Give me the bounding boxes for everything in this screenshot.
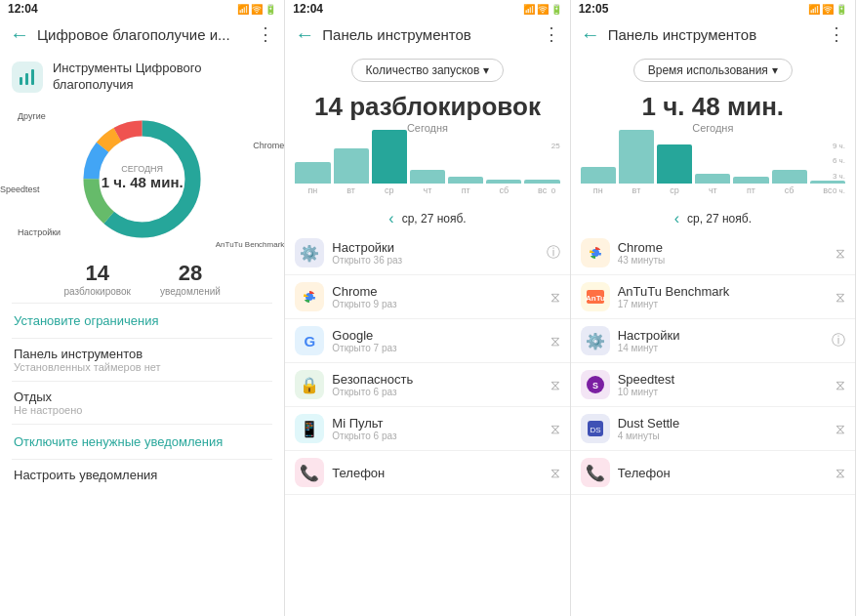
bars-p3: пн вт ср чт пт xyxy=(581,142,845,195)
app-speedtest-p3: S Speedtest 10 минут ⧖ xyxy=(571,363,855,407)
app-name-speedtest-p3: Speedtest xyxy=(618,372,828,387)
app-name-settings-p3: Настройки xyxy=(618,328,824,343)
nav-row-p3: ‹ ср, 27 нояб. xyxy=(571,206,855,231)
chevron-down-icon-p3: ▾ xyxy=(772,63,778,77)
nav-date-p2: ср, 27 нояб. xyxy=(402,212,467,226)
bar-sr-p2: ср xyxy=(372,130,407,195)
app-settings-p2: ⚙️ Настройки Открыто 36 раз ⓘ xyxy=(285,231,569,275)
app-list-p2: ⚙️ Настройки Открыто 36 раз ⓘ Chrome Отк… xyxy=(285,231,569,616)
dropdown-row-p2: Количество запусков ▾ xyxy=(285,53,569,88)
bar-sb-p2: сб xyxy=(486,180,521,195)
app-google-p2: G Google Открыто 7 раз ⧖ xyxy=(285,319,569,363)
label-drugie: Другие xyxy=(18,111,46,121)
app-info-settings-p3: Настройки 14 минут xyxy=(618,328,824,353)
bar-sb-p3: сб xyxy=(772,170,807,195)
app-security-p2: 🔒 Безопасность Открыто 6 раз ⧖ xyxy=(285,363,569,407)
bar-chart-p3: пн вт ср чт пт xyxy=(571,138,855,206)
back-button-p3[interactable]: ← xyxy=(581,23,600,46)
label-chrome: Chrome xyxy=(253,141,284,150)
app-name-mipulse-p2: Mi Пульт xyxy=(332,416,542,431)
status-bar-p3: 12:05 📶 🛜 🔋 xyxy=(571,0,855,16)
app-icon-mipulse-p2: 📱 xyxy=(295,414,324,443)
svg-rect-1 xyxy=(25,73,28,85)
timer-icon-chrome-p2[interactable]: ⧖ xyxy=(550,289,560,306)
app-sub-chrome-p3: 43 минуты xyxy=(618,255,828,266)
dashboard-title: Панель инструментов xyxy=(14,347,270,361)
app-icon-chrome-p2 xyxy=(295,282,324,311)
app-sub-chrome-p2: Открыто 9 раз xyxy=(332,299,542,309)
app-info-antennae-p3: AnTuTu Benchmark 17 минут xyxy=(618,284,828,309)
stat-notifications: 28 уведомлений xyxy=(160,261,221,297)
app-icon-security-p2: 🔒 xyxy=(295,370,324,399)
more-options-p2[interactable]: ⋮ xyxy=(543,23,560,45)
app-info-phone-p3: Телефон xyxy=(618,466,828,480)
link-set-limits[interactable]: Установите ограничения xyxy=(0,304,284,338)
nav-row-p2: ‹ ср, 27 нояб. xyxy=(285,206,569,231)
timer-icon-speedtest-p3[interactable]: ⧖ xyxy=(836,377,845,393)
info-icon-settings-p3[interactable]: ⓘ xyxy=(832,332,845,349)
back-button-p1[interactable]: ← xyxy=(10,23,29,46)
time-p1: 12:04 xyxy=(8,2,38,16)
timer-icon-google-p2[interactable]: ⧖ xyxy=(550,333,560,349)
timer-icon-chrome-p3[interactable]: ⧖ xyxy=(836,245,845,262)
app-icon-settings-p2: ⚙️ xyxy=(295,238,324,267)
app-info-google-p2: Google Открыто 7 раз xyxy=(332,328,542,353)
timer-icon-dustsettle-p3[interactable]: ⧖ xyxy=(836,421,845,437)
app-sub-dustsettle-p3: 4 минуты xyxy=(618,431,828,441)
timer-icon-antennae-p3[interactable]: ⧖ xyxy=(836,289,845,306)
bar-pn-p2: пн xyxy=(295,162,330,195)
tools-row: Инструменты Цифровогоблагополучия xyxy=(0,53,284,102)
axis-p2: 25 0 xyxy=(551,142,560,195)
app-info-mipulse-p2: Mi Пульт Открыто 6 раз xyxy=(332,416,542,441)
menu-dashboard[interactable]: Панель инструментов Установленных таймер… xyxy=(0,339,284,381)
more-options-p1[interactable]: ⋮ xyxy=(257,23,274,45)
timer-icon-security-p2[interactable]: ⧖ xyxy=(550,377,560,393)
dropdown-launches[interactable]: Количество запусков ▾ xyxy=(351,59,505,82)
signal-group-p1: 📶 🛜 🔋 xyxy=(237,4,276,15)
info-icon-settings-p2[interactable]: ⓘ xyxy=(547,244,560,262)
timer-icon-mipulse-p2[interactable]: ⧖ xyxy=(550,421,560,437)
label-antennae: AnTuTu Benchmark xyxy=(216,240,285,249)
timer-icon-phone-p3[interactable]: ⧖ xyxy=(836,465,845,481)
app-settings-p3: ⚙️ Настройки 14 минут ⓘ xyxy=(571,319,855,363)
app-icon-phone-p3: 📞 xyxy=(581,458,610,487)
time-p2: 12:04 xyxy=(293,2,323,16)
menu-configure-notifs[interactable]: Настроить уведомления xyxy=(0,460,284,490)
signal-icon: 📶 xyxy=(237,4,249,15)
tools-label: Инструменты Цифровогоблагополучия xyxy=(53,61,272,94)
app-name-security-p2: Безопасность xyxy=(332,372,542,387)
link-disable-notifs[interactable]: Отключите ненужные уведомления xyxy=(0,425,284,459)
signal-icon-p2: 📶 xyxy=(523,4,535,15)
back-button-p2[interactable]: ← xyxy=(295,23,314,46)
app-info-dustsettle-p3: Dust Settle 4 минуты xyxy=(618,416,828,441)
app-phone-p2: 📞 Телефон ⧖ xyxy=(285,451,569,495)
menu-rest[interactable]: Отдых Не настроено xyxy=(0,382,284,424)
svg-text:DS: DS xyxy=(590,426,600,434)
app-icon-phone-p2: 📞 xyxy=(295,458,324,487)
nav-prev-p3[interactable]: ‹ xyxy=(674,210,679,227)
app-chrome-p2: Chrome Открыто 9 раз ⧖ xyxy=(285,275,569,319)
app-name-chrome-p3: Chrome xyxy=(618,240,828,255)
more-options-p3[interactable]: ⋮ xyxy=(828,23,845,45)
app-dustsettle-p3: DS Dust Settle 4 минуты ⧖ xyxy=(571,407,855,451)
app-icon-google-p2: G xyxy=(295,326,324,355)
svg-rect-0 xyxy=(20,77,22,85)
panel-dashboard-time: 12:05 📶 🛜 🔋 ← Панель инструментов ⋮ Врем… xyxy=(571,0,856,616)
status-bar-p2: 12:04 📶 🛜 🔋 xyxy=(285,0,569,16)
dropdown-row-p3: Время использования ▾ xyxy=(571,53,855,88)
wifi-icon-p3: 🛜 xyxy=(822,4,834,15)
title-p3: Панель инструментов xyxy=(608,26,828,43)
app-sub-settings-p2: Открыто 36 раз xyxy=(332,255,538,266)
axis-zero-p3: 0 ч. xyxy=(833,186,845,195)
bar-sr-p3: ср xyxy=(657,144,692,195)
time-p3: 12:05 xyxy=(579,2,609,16)
timer-icon-phone-p2[interactable]: ⧖ xyxy=(550,465,560,481)
bar-pn-p3: пн xyxy=(581,167,616,195)
chevron-down-icon-p2: ▾ xyxy=(483,63,489,77)
app-phone-p3: 📞 Телефон ⧖ xyxy=(571,451,855,495)
dropdown-time[interactable]: Время использования ▾ xyxy=(633,59,793,82)
donut-chart: СЕГОДНЯ 1 ч. 48 мин. Другие Chrome Speed… xyxy=(0,102,284,253)
nav-prev-p2[interactable]: ‹ xyxy=(388,210,393,227)
app-name-dustsettle-p3: Dust Settle xyxy=(618,416,828,431)
label-settings: Настройки xyxy=(18,227,61,237)
